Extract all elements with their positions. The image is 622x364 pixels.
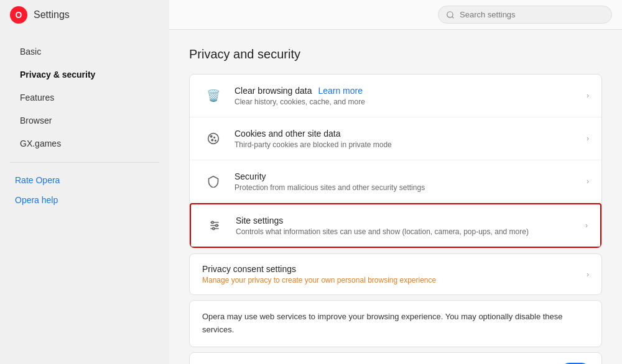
search-suggestions-row[interactable]: Improve search suggestions <box>189 352 602 364</box>
sidebar-item-privacy[interactable]: Privacy & security <box>5 63 164 86</box>
shield-icon <box>202 170 225 193</box>
site-settings-title: Site settings <box>236 216 580 225</box>
cookies-title: Cookies and other site data <box>234 129 582 139</box>
search-icon <box>446 11 455 19</box>
svg-point-0 <box>447 11 453 17</box>
page-title: Privacy and security <box>189 42 602 66</box>
privacy-consent-row[interactable]: Privacy consent settings Manage your pri… <box>189 253 602 295</box>
sidebar-item-browser[interactable]: Browser <box>5 109 164 132</box>
privacy-consent-content: Privacy consent settings Manage your pri… <box>202 264 582 284</box>
security-title: Security <box>234 171 582 181</box>
content-area: Privacy and security 🗑️ Clear browsing d… <box>169 30 622 364</box>
sidebar-opera-help[interactable]: Opera help <box>0 190 169 210</box>
svg-point-11 <box>216 224 218 226</box>
settings-list: 🗑️ Clear browsing data Learn more Clear … <box>189 74 602 248</box>
app-title: Settings <box>34 9 70 20</box>
sidebar-item-gx[interactable]: GX.games <box>5 132 164 155</box>
site-settings-row[interactable]: Site settings Controls what information … <box>190 203 601 248</box>
opera-logo: O <box>10 6 27 24</box>
chevron-icon: › <box>587 134 589 143</box>
search-input[interactable] <box>460 10 604 19</box>
svg-point-2 <box>208 134 219 144</box>
clear-browsing-title: Clear browsing data Learn more <box>234 86 582 96</box>
chevron-icon: › <box>587 270 589 279</box>
sidebar-rate-opera[interactable]: Rate Opera <box>0 170 169 190</box>
svg-point-10 <box>211 221 213 223</box>
svg-line-1 <box>452 16 454 18</box>
chevron-icon: › <box>587 91 589 100</box>
app-header: O Settings <box>0 0 169 30</box>
svg-point-5 <box>211 139 213 141</box>
privacy-consent-subtitle: Manage your privacy to create your own p… <box>202 276 582 284</box>
sliders-icon <box>203 214 226 237</box>
cookies-subtitle: Third-party cookies are blocked in priva… <box>234 140 582 149</box>
clear-browsing-content: Clear browsing data Learn more Clear his… <box>234 86 582 106</box>
privacy-consent-title: Privacy consent settings <box>202 264 582 274</box>
trash-icon: 🗑️ <box>202 84 225 107</box>
site-settings-content: Site settings Controls what information … <box>236 216 580 236</box>
sidebar-separator <box>10 162 159 163</box>
svg-point-4 <box>214 137 215 139</box>
sidebar-item-basic[interactable]: Basic <box>5 40 164 63</box>
sidebar: Basic Privacy & security Features Browse… <box>0 0 169 364</box>
cookies-content: Cookies and other site data Third-party … <box>234 129 582 149</box>
site-settings-subtitle: Controls what information sites can use … <box>236 227 580 236</box>
clear-browsing-subtitle: Clear history, cookies, cache, and more <box>234 98 582 106</box>
clear-browsing-learn-more[interactable]: Learn more <box>318 86 363 96</box>
svg-point-3 <box>210 135 212 137</box>
services-text-row: Opera may use web services to improve yo… <box>189 300 602 347</box>
security-row[interactable]: Security Protection from malicious sites… <box>190 160 601 203</box>
search-box[interactable] <box>438 6 612 24</box>
cookies-row[interactable]: Cookies and other site data Third-party … <box>190 117 601 160</box>
top-bar <box>169 0 622 30</box>
security-subtitle: Protection from malicious sites and othe… <box>234 183 582 192</box>
security-content: Security Protection from malicious sites… <box>234 171 582 192</box>
svg-point-6 <box>215 140 216 142</box>
main-content: Privacy and security 🗑️ Clear browsing d… <box>169 0 622 364</box>
sidebar-item-features[interactable]: Features <box>5 86 164 109</box>
clear-browsing-row[interactable]: 🗑️ Clear browsing data Learn more Clear … <box>190 75 601 117</box>
cookies-icon <box>202 127 225 150</box>
chevron-icon: › <box>585 221 588 230</box>
sidebar-nav: Basic Privacy & security Features Browse… <box>0 30 169 220</box>
svg-point-12 <box>213 227 215 229</box>
chevron-icon: › <box>587 177 589 186</box>
